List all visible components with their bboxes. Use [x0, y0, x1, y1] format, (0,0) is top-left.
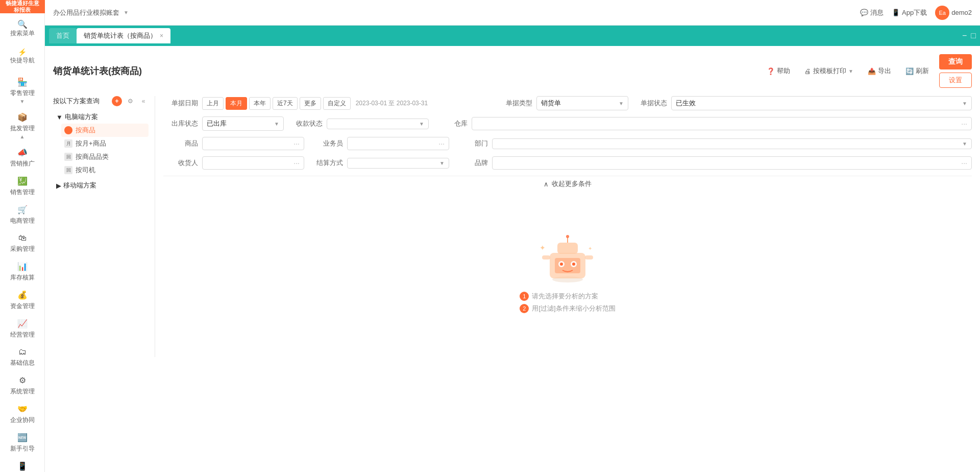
goods-input[interactable]: ··· — [202, 137, 304, 150]
sidebar-item-wholesale[interactable]: 📦 批发管理 ▲ — [0, 108, 44, 144]
refresh-btn[interactable]: 🔄 刷新 — [901, 64, 933, 78]
sidebar-item-appcenter[interactable]: 📱 应用中心 — [0, 457, 44, 472]
sidebar: 畅捷通好生意 标报表 🔍 搜索菜单 ⚡ 快捷导航 🏪 零售管理 ▼ 📦 批发管理… — [0, 0, 45, 472]
brand-label: 品牌 — [453, 158, 488, 168]
collapse-filters-btn[interactable]: ∧ 收起更多条件 — [163, 176, 972, 192]
tab-maximize-btn[interactable]: □ — [971, 31, 976, 40]
warehouse-label: 仓库 — [433, 119, 468, 128]
sidebar-item-sales[interactable]: 💹 销售管理 — [0, 172, 44, 201]
salesperson-input[interactable]: ··· — [347, 137, 449, 150]
doc-status-select[interactable]: 已生效 ▼ — [671, 96, 972, 110]
sidebar-item-marketing[interactable]: 📣 营销推广 — [0, 144, 44, 172]
this-month-btn[interactable]: 本月 — [226, 97, 247, 110]
last7days-btn[interactable]: 近7天 — [273, 97, 298, 110]
message-btn[interactable]: 💬 消息 — [860, 8, 884, 17]
sidebar-item-enterprise[interactable]: 🤝 企业协同 — [0, 400, 44, 429]
ecommerce-icon: 🛒 — [17, 205, 28, 215]
sidebar-item-base[interactable]: 🗂 基础信息 — [0, 343, 44, 371]
tree-group-pc-header[interactable]: ▼ 电脑端方案 — [53, 110, 149, 124]
tab-home[interactable]: 首页 — [49, 28, 77, 43]
header-left: 办公用品行业模拟账套 ▼ — [53, 8, 129, 17]
collection-label: 收款状态 — [288, 119, 323, 128]
payment-select[interactable]: ▼ — [347, 158, 449, 169]
query-btn[interactable]: 查询 — [939, 54, 972, 69]
tree-group-mobile: ▶ 移动端方案 — [53, 179, 149, 192]
sidebar-item-operation[interactable]: 📈 经营管理 — [0, 315, 44, 343]
svg-point-5 — [560, 263, 563, 266]
svg-text:✦: ✦ — [588, 246, 592, 251]
recipient-input[interactable]: ··· — [202, 156, 304, 170]
user-menu[interactable]: Ea demo2 — [935, 6, 972, 20]
panel-collapse-btn[interactable]: « — [138, 96, 149, 106]
app-logo: 畅捷通好生意 标报表 — [0, 0, 45, 13]
tree-item-by-goods[interactable]: 按商品 — [61, 124, 149, 137]
payment-label: 结算方式 — [308, 158, 343, 168]
settings-btn[interactable]: 设置 — [939, 73, 972, 88]
svg-text:✦: ✦ — [540, 244, 546, 252]
export-icon: 📤 — [868, 67, 876, 75]
header-dropdown-arrow[interactable]: ▼ — [124, 10, 129, 15]
goods-dots: ··· — [293, 139, 300, 148]
prev-month-btn[interactable]: 上月 — [202, 97, 224, 110]
print-btn[interactable]: 🖨 按模板打印 ▼ — [800, 64, 857, 78]
filter-row-1: 单据日期 上月 本月 本年 近7天 更多 自定义 2023-03-01 至 20… — [163, 96, 972, 110]
custom-date-btn[interactable]: 自定义 — [323, 97, 351, 110]
date-filter-label: 单据日期 — [163, 99, 198, 108]
date-range-display: 2023-03-01 至 2023-03-31 — [356, 99, 428, 108]
doc-type-value: 销货单 — [541, 99, 561, 108]
stock-out-select[interactable]: 已出库 ▼ — [202, 116, 284, 131]
tree-item-by-driver[interactable]: 回 按司机 — [61, 163, 149, 177]
sidebar-item-newuser[interactable]: 🆕 新手引导 — [0, 429, 44, 457]
header-right: 💬 消息 📱 App下载 Ea demo2 — [860, 6, 972, 20]
base-icon: 🗂 — [18, 347, 27, 357]
avatar: Ea — [935, 6, 949, 20]
tree-group-mobile-header[interactable]: ▶ 移动端方案 — [53, 179, 149, 192]
svg-point-6 — [572, 263, 575, 266]
sidebar-item-purchase[interactable]: 🛍 采购管理 — [0, 229, 44, 257]
download-icon: 📱 — [892, 9, 900, 16]
add-scheme-btn[interactable]: + — [112, 96, 122, 106]
sidebar-item-system[interactable]: ⚙ 系统管理 — [0, 371, 44, 400]
doc-type-select[interactable]: 销货单 ▼ — [536, 96, 628, 110]
tree-item-by-goods-label: 按商品 — [76, 126, 95, 135]
tab-minimize-btn[interactable]: − — [962, 31, 967, 40]
export-btn[interactable]: 📤 导出 — [864, 64, 895, 78]
marketing-icon: 📣 — [17, 148, 28, 157]
collapse-label: 收起更多条件 — [552, 179, 592, 188]
app-logo-text: 畅捷通好生意 — [6, 0, 39, 7]
sidebar-item-retail[interactable]: 🏪 零售管理 ▼ — [0, 73, 44, 108]
collection-select[interactable]: ▼ — [327, 119, 429, 129]
tab-close-btn[interactable]: × — [160, 32, 163, 39]
filter-row-3: 商品 ··· 业务员 ··· 部门 ▼ — [163, 137, 972, 150]
brand-input[interactable]: ··· — [492, 156, 972, 170]
search-menu[interactable]: 🔍 搜索菜单 — [0, 13, 44, 42]
more-date-btn[interactable]: 更多 — [300, 97, 321, 110]
app-download-btn[interactable]: 📱 App下载 — [892, 8, 927, 17]
query-btn-group: 查询 设置 — [939, 54, 972, 88]
help-btn[interactable]: ❓ 帮助 — [763, 64, 794, 78]
left-panel-header: 按以下方案查询 + ⚙ « — [53, 96, 149, 106]
left-panel-icons: + ⚙ « — [112, 96, 149, 106]
newuser-icon: 🆕 — [17, 433, 28, 442]
tree-item-by-month-goods[interactable]: 月 按月+商品 — [61, 137, 149, 150]
quick-nav[interactable]: ⚡ 快捷导航 — [0, 42, 44, 69]
page-title-row: 销货单统计表(按商品) ❓ 帮助 🖨 按模板打印 ▼ 📤 导出 — [53, 54, 972, 88]
scheme-settings-btn[interactable]: ⚙ — [125, 96, 135, 106]
department-select[interactable]: ▼ — [492, 138, 972, 149]
sidebar-item-inventory[interactable]: 📊 库存核算 — [0, 257, 44, 286]
retail-icon: 🏪 — [17, 77, 28, 87]
app-download-label: App下载 — [902, 8, 927, 17]
sidebar-item-finance[interactable]: 💰 资金管理 — [0, 286, 44, 315]
warehouse-input[interactable]: ··· — [472, 117, 972, 130]
tree-item-by-category[interactable]: 回 按商品品类 — [61, 150, 149, 163]
page-title: 销货单统计表(按商品) — [53, 65, 142, 77]
right-panel: 单据日期 上月 本月 本年 近7天 更多 自定义 2023-03-01 至 20… — [155, 96, 972, 357]
this-year-btn[interactable]: 本年 — [249, 97, 271, 110]
inventory-icon: 📊 — [17, 262, 28, 271]
tabbar: 首页 销货单统计表（按商品） × − □ — [45, 26, 980, 46]
department-arrow: ▼ — [962, 141, 967, 147]
collection-arrow: ▼ — [419, 121, 424, 127]
filter-row-2: 出库状态 已出库 ▼ 收款状态 ▼ 仓库 ··· — [163, 116, 972, 131]
sidebar-item-ecommerce[interactable]: 🛒 电商管理 — [0, 201, 44, 229]
tab-sales-stats[interactable]: 销货单统计表（按商品） × — [77, 28, 170, 43]
